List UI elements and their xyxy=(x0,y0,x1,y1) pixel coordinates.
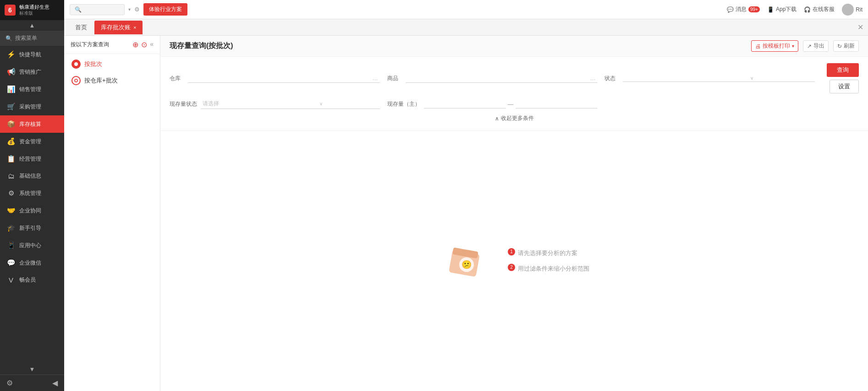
sidebar-nav: ⚡ 快捷导航 📢 营销推广 📊 销售管理 🛒 采购管理 📦 库存核算 💰 资金管… xyxy=(0,46,64,364)
tab-close-icon[interactable]: × xyxy=(133,25,136,30)
notifications-btn[interactable]: 💬 消息 99+ xyxy=(727,5,760,13)
tabs-bar: 首页 库存批次账 × ✕ xyxy=(64,19,868,36)
product-input[interactable] xyxy=(407,75,590,81)
stock-qty-wrap: 现存量（主） — xyxy=(387,100,598,109)
refresh-btn[interactable]: ↻ 刷新 xyxy=(833,40,859,52)
scheme-collapse-icon[interactable]: « xyxy=(150,40,154,49)
stock-status-arrow: ∨ xyxy=(319,101,378,106)
stock-qty-from-input[interactable] xyxy=(424,100,506,109)
user-profile-btn[interactable]: Rit xyxy=(842,4,863,16)
step2-num: 2 xyxy=(508,264,515,271)
sidebar-item-enterprise[interactable]: 🤝 企业协同 xyxy=(0,202,64,219)
sidebar-search-item[interactable]: 🔍 搜索菜单 xyxy=(0,31,64,46)
footer-settings-icon[interactable]: ⚙ xyxy=(6,379,13,387)
nav-label-sales: 销售管理 xyxy=(19,86,41,93)
step1-text: 请先选择要分析的方案 xyxy=(518,247,577,259)
main-area: 🔍 ▾ ⚙ 体验行业方案 💬 消息 99+ 📱 App下载 🎧 在线客服 xyxy=(64,0,868,391)
empty-step-1: 1 请先选择要分析的方案 xyxy=(508,247,589,259)
sidebar-item-marketing[interactable]: 📢 营销推广 xyxy=(0,63,64,81)
warehouse-input[interactable] xyxy=(190,75,373,81)
filter-row-top: 仓库 … 商品 … xyxy=(170,63,859,93)
app-edition: 标准版 xyxy=(19,10,49,16)
scheme-item-by-batch[interactable]: 按批次 xyxy=(64,56,160,72)
scheme-item-by-warehouse-batch[interactable]: 按仓库+批次 xyxy=(64,72,160,89)
sidebar-scroll-up[interactable]: ▲ xyxy=(0,20,64,31)
scheme-settings-icon[interactable]: ⊙ xyxy=(141,40,147,49)
product-filter-col: 商品 … xyxy=(387,63,598,93)
page-content: 按以下方案查询 ⊕ ⊙ « 按批次 按仓库 xyxy=(64,36,868,391)
service-icon: 🎧 xyxy=(804,6,811,13)
topbar-left: 🔍 ▾ ⚙ 体验行业方案 xyxy=(70,3,723,16)
footer-collapse-icon[interactable]: ◀ xyxy=(52,379,58,387)
sidebar-item-system[interactable]: ⚙ 系统管理 xyxy=(0,185,64,202)
sidebar-item-purchase[interactable]: 🛒 采购管理 xyxy=(0,98,64,115)
operations-icon: 📋 xyxy=(6,155,16,163)
sidebar-item-app-center[interactable]: 📱 应用中心 xyxy=(0,237,64,254)
app-download-btn[interactable]: 📱 App下载 xyxy=(767,5,797,13)
wechat-icon: 💬 xyxy=(6,259,16,267)
tab-inventory-batch[interactable]: 库存批次账 × xyxy=(94,21,143,34)
export-btn[interactable]: ↗ 导出 xyxy=(803,40,829,52)
online-service-btn[interactable]: 🎧 在线客服 xyxy=(804,5,835,13)
empty-text: 1 请先选择要分析的方案 2 用过滤条件来缩小分析范围 xyxy=(508,247,589,275)
collapse-label: 收起更多条件 xyxy=(501,114,534,122)
product-more-icon[interactable]: … xyxy=(590,75,595,81)
sidebar-item-basic[interactable]: 🗂 基础信息 xyxy=(0,168,64,185)
collapse-btn[interactable]: ∧ 收起更多条件 xyxy=(495,113,534,124)
quick-nav-icon: ⚡ xyxy=(6,50,16,59)
sidebar-item-inventory[interactable]: 📦 库存核算 xyxy=(0,115,64,133)
nav-label-app-center: 应用中心 xyxy=(19,242,41,250)
query-button[interactable]: 查询 xyxy=(827,63,859,77)
stock-status-placeholder: 请选择 xyxy=(203,100,261,108)
sidebar-item-sales[interactable]: 📊 销售管理 xyxy=(0,81,64,98)
topbar-search-box[interactable]: 🔍 xyxy=(70,4,125,15)
page-title: 现存量查询(按批次) xyxy=(170,41,233,51)
status-select[interactable]: ∨ xyxy=(623,75,815,82)
sidebar-item-guide[interactable]: 🎓 新手引导 xyxy=(0,219,64,237)
experience-button[interactable]: 体验行业方案 xyxy=(143,3,187,16)
topbar-search-icon: 🔍 xyxy=(75,6,82,13)
print-template-btn[interactable]: 🖨 按模板打印 ▾ xyxy=(751,40,798,52)
filter-row-bottom: 现存量状态 请选择 ∨ 现存量（主） — xyxy=(170,99,859,109)
sidebar-scroll-down[interactable]: ▼ xyxy=(0,364,64,375)
nav-label-member: 畅会员 xyxy=(19,276,36,284)
empty-step-2: 2 用过滤条件来缩小分析范围 xyxy=(508,263,589,275)
panel-close-button[interactable]: ✕ xyxy=(857,23,863,32)
warehouse-more-icon[interactable]: … xyxy=(373,75,378,81)
page-title-bar: 现存量查询(按批次) 🖨 按模板打印 ▾ ↗ 导出 ↻ 刷新 xyxy=(160,36,868,57)
sidebar-search-label: 搜索菜单 xyxy=(15,34,37,42)
warehouse-input-wrap: … xyxy=(188,74,380,83)
topbar-gear-icon[interactable]: ⚙ xyxy=(134,6,140,13)
avatar xyxy=(842,4,854,16)
app-name: 畅康通好生意 xyxy=(19,4,49,10)
topbar-dropdown-arrow[interactable]: ▾ xyxy=(128,7,131,12)
nav-label-system: 系统管理 xyxy=(19,190,41,197)
scheme-by-batch-icon xyxy=(71,60,81,69)
finance-icon: 💰 xyxy=(6,137,16,146)
sidebar-item-quick-nav[interactable]: ⚡ 快捷导航 xyxy=(0,46,64,63)
stock-qty-range: — xyxy=(424,100,598,109)
app-logo: 6 xyxy=(5,5,16,16)
topbar: 🔍 ▾ ⚙ 体验行业方案 💬 消息 99+ 📱 App下载 🎧 在线客服 xyxy=(64,0,868,19)
tab-home[interactable]: 首页 xyxy=(69,21,93,34)
sidebar-item-wechat[interactable]: 💬 企业微信 xyxy=(0,254,64,272)
stock-qty-dash: — xyxy=(508,101,514,108)
sidebar-item-member[interactable]: V 畅会员 xyxy=(0,272,64,288)
scheme-add-icon[interactable]: ⊕ xyxy=(132,40,138,49)
guide-icon: 🎓 xyxy=(6,224,16,232)
step2-text: 用过滤条件来缩小分析范围 xyxy=(518,263,589,275)
nav-label-inventory: 库存核算 xyxy=(19,120,41,128)
stock-status-wrap: 现存量状态 请选择 ∨ xyxy=(170,99,380,109)
app-center-icon: 📱 xyxy=(6,241,16,250)
stock-status-select[interactable]: 请选择 ∨ xyxy=(201,99,380,109)
user-name: Rit xyxy=(856,6,863,13)
scheme-actions: ⊕ ⊙ « xyxy=(132,40,154,49)
print-dropdown-arrow[interactable]: ▾ xyxy=(792,43,794,49)
sidebar-item-finance[interactable]: 💰 资金管理 xyxy=(0,133,64,150)
empty-illustration: 😕 xyxy=(439,234,494,288)
tab-home-label: 首页 xyxy=(75,23,87,32)
stock-qty-to-input[interactable] xyxy=(516,100,598,109)
setting-button[interactable]: 设置 xyxy=(830,80,859,93)
message-icon: 💬 xyxy=(727,6,734,13)
sidebar-item-operations[interactable]: 📋 经营管理 xyxy=(0,150,64,168)
